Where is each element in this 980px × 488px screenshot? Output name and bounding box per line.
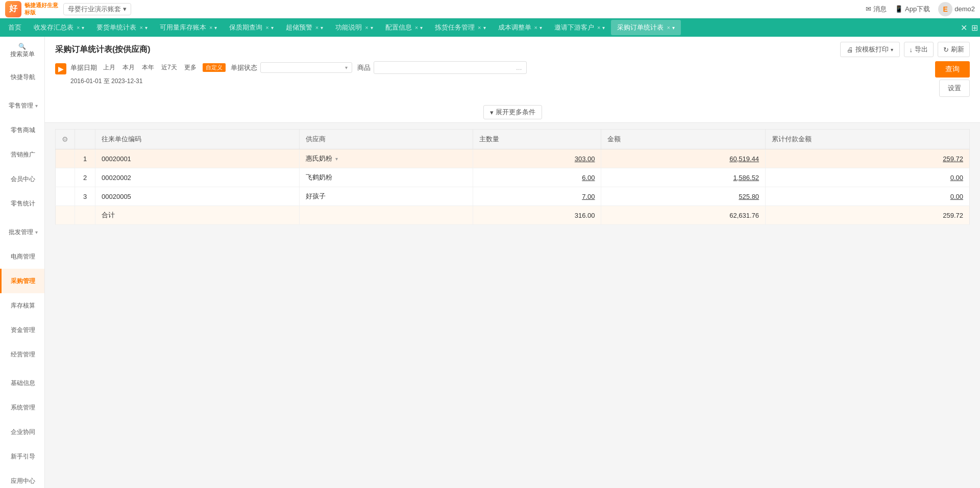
workspace-selector[interactable]: 母婴行业演示账套 ▾ [63,3,131,15]
td-rownum-1: 1 [75,149,95,168]
shortcut-last-month[interactable]: 上月 [100,62,118,73]
tab-arrow: ▾ [483,25,486,31]
shortcut-more[interactable]: 更多 [181,62,200,73]
close-tab-config-info[interactable]: × [415,24,418,31]
tab-arrow: ▾ [602,25,605,31]
tab-arrow: ▾ [145,25,148,31]
sidebar-item-purchase-mgmt[interactable]: 采购管理 [0,269,44,293]
tab-cost-adjust[interactable]: 成本调整单 × ▾ [492,20,548,35]
sidebar-item-business-mgmt[interactable]: 经营管理 [0,342,44,367]
shortcut-7days[interactable]: 近7天 [158,62,180,73]
close-tab-available-stock[interactable]: × [209,24,212,31]
sidebar-item-finance[interactable]: 资金管理 [0,318,44,342]
supplier-expand-icon-1[interactable]: ▾ [335,156,338,162]
query-button[interactable]: 查询 [935,61,970,78]
top-bar: 好 畅捷通好生意 标版 母婴行业演示账套 ▾ ✉ 消息 📱 App下载 E de… [0,0,980,18]
tab-function-desc[interactable]: 功能说明 × ▾ [329,20,379,35]
sidebar-item-retail-shop[interactable]: 零售商城 [0,118,44,142]
close-tab-cost-adjust[interactable]: × [534,24,537,31]
td-amount-2[interactable]: 1,586.52 [601,168,766,187]
close-tab-order-stats[interactable]: × [139,24,142,31]
tab-arrow: ▾ [540,25,542,31]
td-paid-3[interactable]: 0.00 [766,187,970,206]
tab-pick-task[interactable]: 拣货任务管理 × ▾ [429,20,492,35]
status-filter-group: 单据状态 ▾ [231,62,352,73]
custom-date-badge[interactable]: 自定义 [203,63,226,72]
close-tab-warranty[interactable]: × [265,24,268,31]
td-amount-3[interactable]: 525.80 [601,187,766,206]
sidebar-item-retail-mgmt[interactable]: 零售管理 ▾ [0,93,44,118]
search-icon: 🔍 [18,43,26,50]
tab-over-stock[interactable]: 超储预警 × ▾ [280,20,329,35]
tab-warranty[interactable]: 保质期查询 × ▾ [223,20,279,35]
sidebar-item-app-center[interactable]: 应用中心 [0,469,44,488]
top-right: ✉ 消息 📱 App下载 E demo2 [866,2,975,16]
tab-invite-downstream[interactable]: 邀请下游客户 × ▾ [548,20,611,35]
content-area: 采购订单统计表(按供应商) 🖨 按模板打印 ▾ ↓ 导出 ↻ 刷新 [45,37,980,488]
shortcut-this-year[interactable]: 本年 [139,62,157,73]
td-qty-3[interactable]: 7.00 [473,187,601,206]
chevron-down-icon: ▾ [35,229,38,235]
user-profile[interactable]: E demo2 [938,2,975,16]
close-tab-over-stock[interactable]: × [315,24,318,31]
shortcut-this-month[interactable]: 本月 [119,62,138,73]
download-icon: 📱 [895,5,903,13]
td-footer-amount: 62,631.76 [601,206,766,225]
sidebar-item-marketing[interactable]: 营销推广 [0,142,44,167]
expand-more-row: ▾ 展开更多条件 [55,102,970,122]
nav-tabs-actions: ✕ ⊞ [961,23,978,33]
td-settings-2 [56,168,75,187]
date-filter-group: 单据日期 上月 本月 本年 近7天 更多 自定义 [70,62,226,73]
goods-input[interactable] [378,64,514,71]
sidebar-item-new-guide[interactable]: 新手引导 [0,444,44,469]
tab-order-stats[interactable]: 要货单统计表 × ▾ [90,20,153,35]
date-shortcuts: 上月 本月 本年 近7天 更多 [100,62,200,73]
message-button[interactable]: ✉ 消息 [866,5,887,14]
td-qty-1[interactable]: 303.00 [473,149,601,168]
message-icon: ✉ [866,5,871,13]
settings-button[interactable]: 设置 [939,80,970,97]
td-supplier-1: 惠氏奶粉 ▾ [299,149,473,168]
sidebar-item-member-center[interactable]: 会员中心 [0,167,44,191]
tab-config-info[interactable]: 配置信息 × ▾ [379,20,429,35]
page-title: 采购订单统计表(按供应商) [55,44,151,55]
sidebar-item-basic-info[interactable]: 基础信息 [0,371,44,395]
tab-available-stock[interactable]: 可用量库存账本 × ▾ [154,20,223,35]
close-tab-function-desc[interactable]: × [365,24,368,31]
expand-more-button[interactable]: ▾ 展开更多条件 [483,105,542,119]
close-tab-purchase-stats[interactable]: × [667,24,670,31]
tab-receive-send[interactable]: 收发存汇总表 × ▾ [28,20,90,35]
td-paid-1[interactable]: 259.72 [766,149,970,168]
goods-more-button[interactable]: … [516,64,522,71]
sidebar-item-retail-stats[interactable]: 零售统计 [0,191,44,216]
tab-home[interactable]: 首页 [2,20,28,35]
tab-purchase-stats[interactable]: 采购订单统计表 × ▾ [611,20,680,35]
sidebar-item-wholesale-mgmt[interactable]: 批发管理 ▾ [0,220,44,244]
column-settings-icon[interactable]: ⚙ [62,135,68,143]
maximize-tab-button[interactable]: ⊞ [971,23,978,33]
chevron-down-icon: ▾ [891,47,893,53]
print-button[interactable]: 🖨 按模板打印 ▾ [840,42,900,57]
sidebar-item-stock-check[interactable]: 库存核算 [0,293,44,318]
refresh-button[interactable]: ↻ 刷新 [938,42,970,57]
td-paid-2[interactable]: 0.00 [766,168,970,187]
th-qty: 主数量 [473,130,601,149]
app-download-button[interactable]: 📱 App下载 [895,5,930,14]
close-tab-invite-downstream[interactable]: × [597,24,600,31]
sidebar-item-search[interactable]: 🔍 搜索菜单 [0,37,44,65]
close-tab-pick-task[interactable]: × [478,24,481,31]
logo-text: 畅捷通好生意 标版 [24,2,58,15]
td-footer-qty: 316.00 [473,206,601,225]
close-tab-receive-send[interactable]: × [77,24,80,31]
sidebar-item-system-mgmt[interactable]: 系统管理 [0,395,44,420]
export-button[interactable]: ↓ 导出 [904,42,934,57]
status-filter-label: 单据状态 [231,63,257,72]
td-amount-1[interactable]: 60,519.44 [601,149,766,168]
close-tab-button[interactable]: ✕ [961,23,967,33]
sidebar-item-ecommerce[interactable]: 电商管理 [0,244,44,269]
filter-toggle-button[interactable]: ▶ [55,63,66,74]
td-qty-2[interactable]: 6.00 [473,168,601,187]
status-select[interactable]: ▾ [260,62,352,73]
sidebar-item-enterprise[interactable]: 企业协同 [0,420,44,444]
sidebar-item-quick-nav[interactable]: 零售管理 快捷导航 [0,65,44,89]
